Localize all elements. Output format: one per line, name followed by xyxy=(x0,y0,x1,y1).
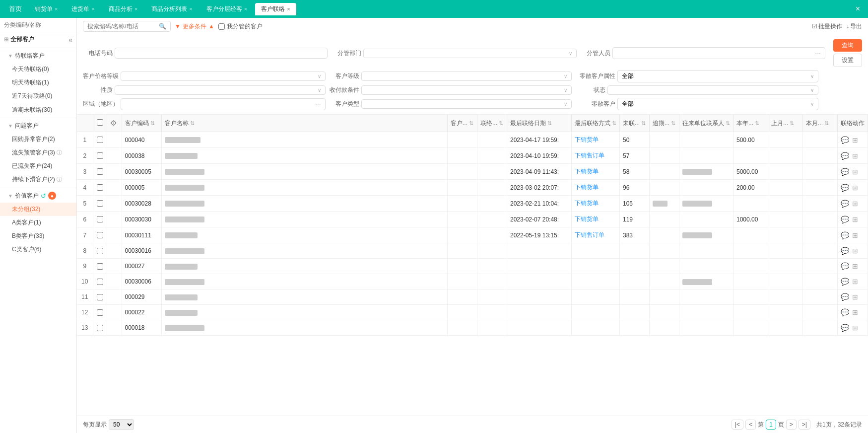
my-customers-checkbox[interactable]: 我分管的客户 xyxy=(218,22,263,31)
sidebar-item-no-group[interactable]: 未分组(32) xyxy=(0,203,76,216)
sidebar-collapse-icon[interactable]: « xyxy=(68,36,72,44)
nav-home[interactable]: 首页 xyxy=(4,2,27,15)
row-checkbox[interactable] xyxy=(97,216,103,222)
last-page-button[interactable]: >| xyxy=(799,420,810,430)
row-checkbox[interactable] xyxy=(97,294,103,300)
last-method-link[interactable]: 下销货单 xyxy=(575,216,599,222)
chat-icon[interactable]: 💬 xyxy=(841,293,849,301)
filter-search-input[interactable] xyxy=(87,23,157,30)
chat-icon[interactable]: 💬 xyxy=(841,278,849,286)
sidebar-item-lost[interactable]: 已流失客户(24) xyxy=(0,159,76,173)
grid-icon[interactable]: ⊞ xyxy=(852,247,858,255)
sort-icon-nocontact[interactable]: ⇅ xyxy=(641,120,646,127)
chat-icon[interactable]: 💬 xyxy=(841,231,849,239)
grid-icon[interactable]: ⊞ xyxy=(852,293,858,301)
row-checkbox[interactable] xyxy=(97,263,103,270)
row-checkbox[interactable] xyxy=(97,325,103,331)
close-sales-icon[interactable]: × xyxy=(55,6,58,12)
sidebar-item-declining[interactable]: 持续下滑客户(2) ⓘ xyxy=(0,173,76,186)
row-checkbox[interactable] xyxy=(97,248,103,254)
chat-icon[interactable]: 💬 xyxy=(841,184,849,192)
sidebar-value-group[interactable]: ▼ 价值客户 ↺ ● xyxy=(0,189,76,203)
chat-icon[interactable]: 💬 xyxy=(841,136,849,144)
status-select[interactable]: ∨ xyxy=(607,85,818,95)
row-checkbox[interactable] xyxy=(97,309,103,316)
chat-icon[interactable]: 💬 xyxy=(841,262,849,270)
sort-icon-lastmonth[interactable]: ⇅ xyxy=(790,120,794,127)
zero-customer-select[interactable]: 全部 ∨ xyxy=(617,98,818,110)
sidebar-item-group-c[interactable]: C类客户(6) xyxy=(0,243,76,256)
sort-icon-lastmethod[interactable]: ⇅ xyxy=(612,120,616,127)
sidebar-item-churn[interactable]: 流失预警客户(3) ⓘ xyxy=(0,146,76,159)
more-filters-button[interactable]: ▼ 更多条件 ▲ xyxy=(175,22,214,31)
chat-icon[interactable]: 💬 xyxy=(841,152,849,160)
first-page-button[interactable]: |< xyxy=(732,420,743,430)
close-all-button[interactable]: × xyxy=(852,2,864,15)
chat-icon[interactable]: 💬 xyxy=(841,168,849,176)
sidebar-item-overdue[interactable]: 逾期未联络(30) xyxy=(0,103,76,117)
grid-icon[interactable]: ⊞ xyxy=(852,136,858,144)
sidebar-item-today[interactable]: 今天待联络(0) xyxy=(0,63,76,76)
sort-icon-name[interactable]: ⇅ xyxy=(190,120,195,127)
sort-icon-partner[interactable]: ⇅ xyxy=(726,120,730,127)
grid-icon[interactable]: ⊞ xyxy=(852,184,858,192)
sidebar-problem-group[interactable]: ▼ 问题客户 xyxy=(0,119,76,133)
last-method-link[interactable]: 下销货单 xyxy=(575,168,599,175)
customer-level-select[interactable]: ∨ xyxy=(361,72,572,81)
pay-select[interactable]: ∨ xyxy=(361,85,572,95)
region-select[interactable]: ··· xyxy=(121,98,326,110)
chat-icon[interactable]: 💬 xyxy=(841,247,849,255)
export-button[interactable]: ↓ 导出 xyxy=(846,22,862,31)
last-method-link[interactable]: 下销售订单 xyxy=(575,152,604,159)
settings-icon[interactable]: ⚙ xyxy=(110,119,117,127)
query-button[interactable]: 查询 xyxy=(833,39,862,52)
last-method-link[interactable]: 下销货单 xyxy=(575,184,599,191)
close-product-analysis-icon[interactable]: × xyxy=(134,6,137,12)
person-dots[interactable]: ··· xyxy=(815,49,821,57)
row-checkbox[interactable] xyxy=(97,152,103,159)
refresh-icon[interactable]: ↺ xyxy=(41,192,46,200)
tab-customer-segment[interactable]: 客户分层经客 × xyxy=(200,3,253,15)
grid-icon[interactable]: ⊞ xyxy=(852,216,858,223)
sidebar-item-tomorrow[interactable]: 明天待联络(1) xyxy=(0,76,76,89)
grid-icon[interactable]: ⊞ xyxy=(852,262,858,270)
prev-page-button[interactable]: < xyxy=(745,420,756,430)
sidebar-all-customers[interactable]: ⊞ 全部客户 « xyxy=(0,32,76,47)
tab-product-analysis[interactable]: 商品分析 × xyxy=(103,3,143,15)
sort-icon-contact[interactable]: ⇅ xyxy=(499,120,503,127)
sidebar-item-group-a[interactable]: A类客户(1) xyxy=(0,216,76,229)
grid-icon[interactable]: ⊞ xyxy=(852,200,858,208)
chat-icon[interactable]: 💬 xyxy=(841,216,849,223)
chat-icon[interactable]: 💬 xyxy=(841,324,849,332)
sidebar-search-input[interactable] xyxy=(4,21,77,28)
tab-sales[interactable]: 销货单 × xyxy=(29,3,64,15)
row-checkbox[interactable] xyxy=(97,184,103,191)
grid-icon[interactable]: ⊞ xyxy=(852,308,858,316)
sort-icon-code[interactable]: ⇅ xyxy=(150,120,155,127)
chat-icon[interactable]: 💬 xyxy=(841,200,849,208)
tab-product-analysis-list[interactable]: 商品分析列表 × xyxy=(145,3,198,15)
grid-icon[interactable]: ⊞ xyxy=(852,168,858,176)
sort-icon-overdue[interactable]: ⇅ xyxy=(671,120,675,127)
sort-icon-type[interactable]: ⇅ xyxy=(469,120,473,127)
chat-icon[interactable]: 💬 xyxy=(841,308,849,316)
row-checkbox[interactable] xyxy=(97,232,103,238)
filter-search-icon[interactable]: 🔍 xyxy=(159,23,166,30)
page-size-select[interactable]: 50 20 100 xyxy=(109,419,134,430)
customer-type-select[interactable]: ∨ xyxy=(361,99,572,109)
person-select[interactable]: ··· xyxy=(612,47,825,59)
phone-input[interactable] xyxy=(115,48,328,59)
tab-customer-contact[interactable]: 客户联络 × xyxy=(255,3,296,15)
grid-icon[interactable]: ⊞ xyxy=(852,231,858,239)
sort-icon-thismonth[interactable]: ⇅ xyxy=(824,120,829,127)
grid-icon[interactable]: ⊞ xyxy=(852,324,858,332)
batch-ops-button[interactable]: ☑ 批量操作 xyxy=(812,22,842,31)
grid-icon[interactable]: ⊞ xyxy=(852,152,858,160)
sort-icon-lastdate[interactable]: ⇅ xyxy=(547,120,552,127)
last-method-link[interactable]: 下销货单 xyxy=(575,136,599,143)
sidebar-pending-group[interactable]: ▼ 待联络客户 xyxy=(0,49,76,63)
sidebar-item-abnormal[interactable]: 回购异常客户(2) xyxy=(0,133,76,146)
region-dots[interactable]: ··· xyxy=(315,100,321,108)
select-all-checkbox[interactable] xyxy=(97,119,103,126)
tab-purchase[interactable]: 进货单 × xyxy=(66,3,100,15)
